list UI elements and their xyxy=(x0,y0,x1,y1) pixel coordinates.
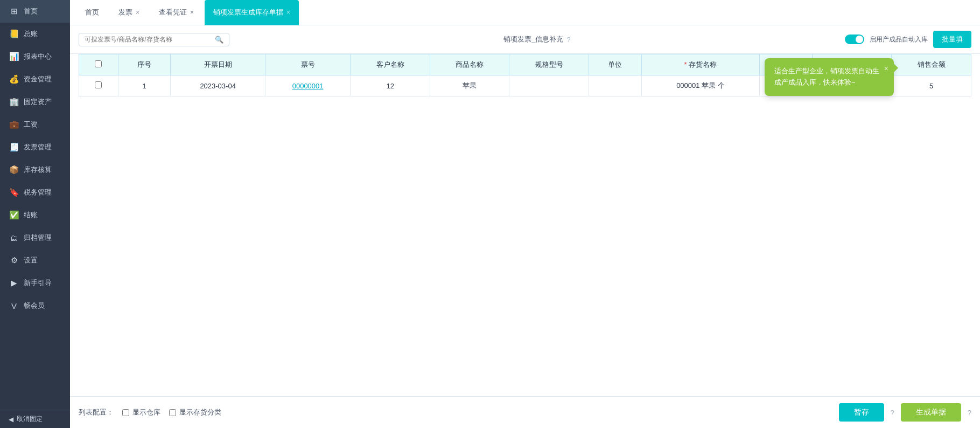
guide-icon: ▶ xyxy=(9,278,19,288)
sidebar-item-inventory[interactable]: 📦 库存核算 xyxy=(0,158,70,181)
tab-credit-note-close[interactable]: × xyxy=(286,9,290,16)
footer-actions: 暂存 ? 生成单据 ? xyxy=(839,403,971,422)
assets-icon: 🏢 xyxy=(9,97,19,107)
sidebar-item-archive[interactable]: 🗂 归档管理 xyxy=(0,226,70,249)
th-checkbox xyxy=(79,54,118,75)
row-checkbox xyxy=(79,75,118,96)
batch-fill-button[interactable]: 批量填 xyxy=(933,31,971,48)
footer: 列表配置： 显示仓库 显示存货分类 暂存 ? 生成单据 ? xyxy=(70,396,980,428)
show-category-checkbox[interactable] xyxy=(169,409,176,416)
th-spec: 规格型号 xyxy=(509,54,589,75)
ledger-icon: 📒 xyxy=(9,29,19,39)
config-label: 列表配置： xyxy=(79,408,114,417)
sidebar-label-payroll: 工资 xyxy=(24,120,38,129)
show-warehouse-label[interactable]: 显示仓库 xyxy=(122,408,160,417)
toolbar-help-icon[interactable]: ? xyxy=(567,36,571,44)
row-inventory[interactable]: 000001 苹果 个 xyxy=(641,75,760,96)
toolbar-right: 启用产成品自动入库 批量填 xyxy=(845,31,971,48)
sidebar-label-funds: 资金管理 xyxy=(24,74,52,84)
archive-icon: 🗂 xyxy=(9,233,19,243)
sidebar-item-guide[interactable]: ▶ 新手引导 xyxy=(0,272,70,294)
th-inventory: * 存货名称 xyxy=(641,54,760,75)
row-seq: 1 xyxy=(118,75,171,96)
auto-stock-toggle[interactable] xyxy=(845,34,864,44)
th-date: 开票日期 xyxy=(171,54,265,75)
th-product: 商品名称 xyxy=(430,54,509,75)
toggle-knob xyxy=(856,36,863,43)
toolbar-center: 销项发票_信息补充 ? xyxy=(503,34,570,44)
sidebar-item-member[interactable]: V 畅会员 xyxy=(0,294,70,317)
generate-button[interactable]: 生成单据 xyxy=(901,403,961,422)
sidebar-pin-label: 取消固定 xyxy=(17,415,43,424)
row-amount: 5 xyxy=(892,75,971,96)
sidebar-item-tax[interactable]: 🔖 税务管理 xyxy=(0,181,70,204)
sidebar-item-assets[interactable]: 🏢 固定资产 xyxy=(0,91,70,113)
tab-invoice[interactable]: 发票 × xyxy=(110,0,148,25)
tab-voucher-label: 查看凭证 xyxy=(159,8,187,17)
sidebar-item-invoice-mgmt[interactable]: 🧾 发票管理 xyxy=(0,136,70,158)
gen-help-icon[interactable]: ? xyxy=(968,409,971,417)
main-area: 首页 发票 × 查看凭证 × 销项发票生成库存单据 × 🔍 销项发票_信息补充 xyxy=(70,0,980,428)
search-icon: 🔍 xyxy=(215,36,223,44)
sidebar-label-guide: 新手引导 xyxy=(24,278,52,288)
select-all-checkbox[interactable] xyxy=(95,60,102,67)
sidebar-item-settle[interactable]: ✅ 结账 xyxy=(0,204,70,226)
sidebar-label-invoice-mgmt: 发票管理 xyxy=(24,142,52,152)
invoice-mgmt-icon: 🧾 xyxy=(9,142,19,152)
member-icon: V xyxy=(9,301,19,310)
save-help-icon[interactable]: ? xyxy=(891,409,894,417)
home-icon: ⊞ xyxy=(9,6,19,16)
row-date: 2023-03-04 xyxy=(171,75,265,96)
row-number[interactable]: 00000001 xyxy=(265,75,351,96)
settle-icon: ✅ xyxy=(9,210,19,220)
sidebar-pin-toggle[interactable]: ◀ 取消固定 xyxy=(0,410,70,428)
th-customer: 客户名称 xyxy=(351,54,430,75)
th-unit: 单位 xyxy=(589,54,641,75)
footer-config: 列表配置： 显示仓库 显示存货分类 xyxy=(79,408,221,417)
tooltip-close-icon[interactable]: × xyxy=(884,63,888,74)
show-category-label[interactable]: 显示存货分类 xyxy=(169,408,221,417)
table-container: × 适合生产型企业，销项发票自动生成产成品入库，快来体验~ 序号 开票日期 票号… xyxy=(70,54,980,396)
toggle-label: 启用产成品自动入库 xyxy=(870,35,928,44)
tab-voucher-close[interactable]: × xyxy=(190,9,194,16)
save-button[interactable]: 暂存 xyxy=(839,403,884,422)
th-amount: 销售金额 xyxy=(892,54,971,75)
row-select-checkbox[interactable] xyxy=(95,81,102,88)
row-number-link[interactable]: 00000001 xyxy=(292,82,324,90)
tab-home-label: 首页 xyxy=(85,8,99,17)
row-spec xyxy=(509,75,589,96)
row-customer: 12 xyxy=(351,75,430,96)
sidebar-label-inventory: 库存核算 xyxy=(24,165,52,175)
sidebar-label-tax: 税务管理 xyxy=(24,188,52,197)
tab-voucher[interactable]: 查看凭证 × xyxy=(150,0,202,25)
tab-credit-note[interactable]: 销项发票生成库存单据 × xyxy=(205,0,299,25)
sidebar-label-reports: 报表中心 xyxy=(24,52,52,61)
funds-icon: 💰 xyxy=(9,74,19,84)
inventory-icon: 📦 xyxy=(9,165,19,175)
sidebar-item-funds[interactable]: 💰 资金管理 xyxy=(0,68,70,91)
sidebar-label-archive: 归档管理 xyxy=(24,233,52,243)
sidebar-item-payroll[interactable]: 💼 工资 xyxy=(0,113,70,136)
row-unit xyxy=(589,75,641,96)
sidebar-label-settings: 设置 xyxy=(24,256,38,265)
sidebar-item-reports[interactable]: 📊 报表中心 xyxy=(0,45,70,68)
sidebar-item-settings[interactable]: ⚙ 设置 xyxy=(0,249,70,272)
search-box[interactable]: 🔍 xyxy=(79,33,229,46)
th-number: 票号 xyxy=(265,54,351,75)
sidebar-item-ledger[interactable]: 📒 总账 xyxy=(0,23,70,45)
tab-home[interactable]: 首页 xyxy=(76,0,108,25)
search-input[interactable] xyxy=(85,36,212,43)
show-warehouse-text: 显示仓库 xyxy=(132,408,160,417)
tax-icon: 🔖 xyxy=(9,188,19,197)
sidebar: ⊞ 首页 📒 总账 📊 报表中心 💰 资金管理 🏢 固定资产 💼 工资 🧾 发票… xyxy=(0,0,70,428)
pin-icon: ◀ xyxy=(9,416,13,423)
sidebar-label-ledger: 总账 xyxy=(24,29,38,39)
toolbar-title: 销项发票_信息补充 xyxy=(503,34,563,44)
tab-invoice-close[interactable]: × xyxy=(136,9,139,16)
sidebar-item-home[interactable]: ⊞ 首页 xyxy=(0,0,70,23)
row-product: 苹果 xyxy=(430,75,509,96)
settings-icon: ⚙ xyxy=(9,256,19,265)
payroll-icon: 💼 xyxy=(9,120,19,129)
th-seq: 序号 xyxy=(118,54,171,75)
show-warehouse-checkbox[interactable] xyxy=(122,409,129,416)
